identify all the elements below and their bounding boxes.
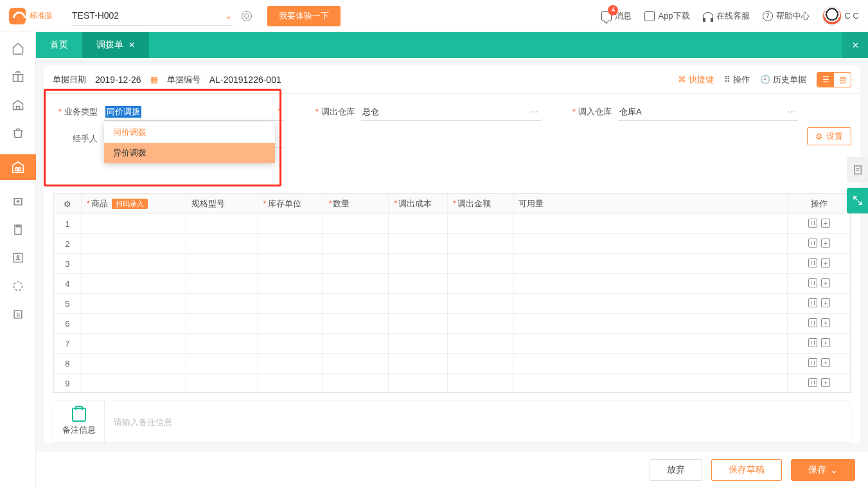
online-service-label: 在线客服 <box>716 10 750 22</box>
logo-text: 标准版 <box>30 10 53 21</box>
user-name: C C <box>845 11 859 21</box>
top-header: 标准版 TEST-H002 ⌄ 我要体验一下 4 消息 App下载 在线客服 ?… <box>0 0 868 32</box>
user-menu[interactable]: C C <box>822 6 859 26</box>
help-center-label: 帮助中心 <box>776 10 810 22</box>
chevron-down-icon: ⌄ <box>225 10 233 21</box>
org-selector[interactable]: TEST-H002 ⌄ <box>72 6 233 26</box>
messages-badge: 4 <box>608 5 618 15</box>
avatar-icon <box>822 6 842 26</box>
trial-button[interactable]: 我要体验一下 <box>267 6 341 26</box>
app-download-label: App下载 <box>658 10 689 22</box>
phone-icon <box>644 11 655 21</box>
help-icon: ? <box>763 11 773 21</box>
gear-icon[interactable] <box>242 11 252 21</box>
logo-icon <box>9 8 26 24</box>
help-center-link[interactable]: ? 帮助中心 <box>763 10 810 22</box>
messages-link[interactable]: 4 消息 <box>601 10 632 22</box>
app-download-link[interactable]: App下载 <box>644 10 689 22</box>
online-service-link[interactable]: 在线客服 <box>703 10 750 22</box>
headset-icon <box>703 12 713 20</box>
logo: 标准版 <box>9 8 53 24</box>
org-selector-value: TEST-H002 <box>72 10 119 21</box>
top-right-links: 4 消息 App下载 在线客服 ? 帮助中心 C C <box>601 6 859 26</box>
